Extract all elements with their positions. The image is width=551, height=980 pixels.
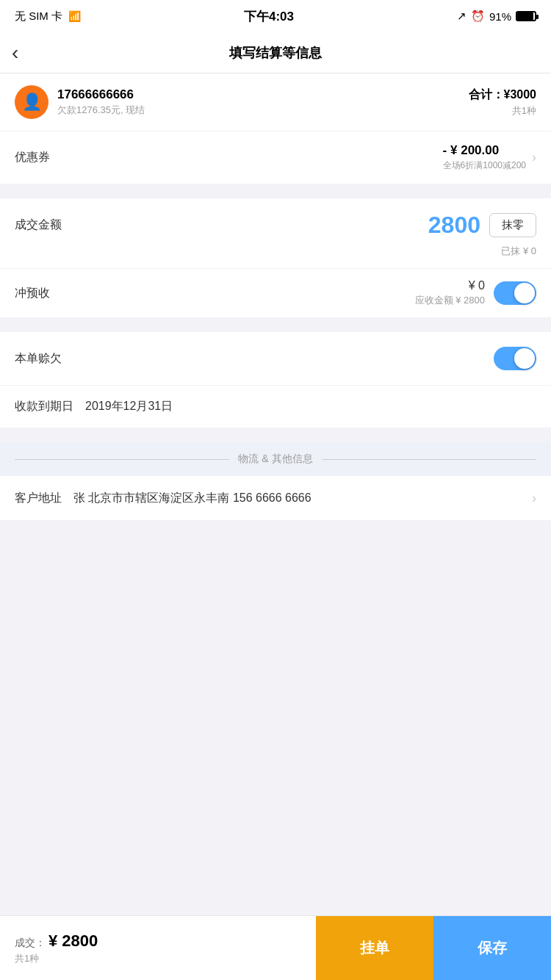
customer-phone: 17666666666: [57, 87, 145, 102]
wifi-icon: 📶: [68, 10, 81, 22]
total-value: 合计：¥3000: [469, 87, 537, 103]
prepayment-amount: ¥ 0: [415, 279, 485, 292]
carrier-label: 无 SIM 卡: [15, 10, 62, 24]
debt-toggle-knob: [514, 348, 535, 369]
bottom-deal-value: ¥ 2800: [48, 932, 98, 951]
address-chevron-icon: ›: [532, 491, 536, 506]
total-count: 共1种: [469, 104, 537, 118]
status-left: 无 SIM 卡 📶: [15, 10, 81, 24]
coupon-discount: - ¥ 200.00: [443, 143, 526, 158]
customer-debt: 欠款1276.35元, 现结: [57, 104, 145, 117]
logistics-label: 物流 & 其他信息: [238, 453, 312, 466]
address-value: 张 北京市市辖区海淀区永丰南 156 6666 6666: [73, 489, 526, 507]
location-icon: ↗: [457, 10, 467, 23]
customer-info: 17666666666 欠款1276.35元, 现结: [57, 87, 145, 117]
prepayment-info: ¥ 0 应收金额 ¥ 2800: [415, 279, 485, 307]
address-row[interactable]: 客户地址 张 北京市市辖区海淀区永丰南 156 6666 6666 ›: [0, 476, 551, 520]
bottom-padding: [0, 520, 551, 667]
round-zero-button[interactable]: 抹零: [489, 213, 536, 237]
coupon-label: 优惠券: [15, 150, 50, 165]
debt-card: 本单赊欠 收款到期日 2019年12月31日: [0, 332, 551, 428]
amount-card: 成交金额 2800 抹零 已抹 ¥ 0 冲预收 ¥ 0 应收金额 ¥ 2800: [0, 198, 551, 317]
coupon-info: - ¥ 200.00 全场6折满1000减200: [443, 143, 526, 172]
status-time: 下午4:03: [244, 8, 294, 25]
due-date-label: 收款到期日: [15, 399, 73, 414]
amount-value: 2800: [428, 212, 480, 239]
battery-icon: [516, 11, 536, 21]
bottom-bar: 成交： ¥ 2800 共1种 挂单 保存: [0, 915, 551, 980]
coupon-row[interactable]: 优惠券 - ¥ 200.00 全场6折满1000减200 ›: [0, 131, 551, 184]
prepayment-row: 冲预收 ¥ 0 应收金额 ¥ 2800: [0, 268, 551, 317]
avatar-icon: 👤: [22, 93, 42, 112]
back-button[interactable]: ‹: [12, 43, 18, 63]
customer-card: 👤 17666666666 欠款1276.35元, 现结 合计：¥3000 共1…: [0, 73, 551, 184]
customer-left: 👤 17666666666 欠款1276.35元, 现结: [15, 85, 145, 119]
customer-row: 👤 17666666666 欠款1276.35元, 现结 合计：¥3000 共1…: [0, 73, 551, 131]
prepayment-sub: 应收金额 ¥ 2800: [415, 294, 485, 307]
bottom-info: 成交： ¥ 2800 共1种: [0, 932, 316, 965]
content-area: 👤 17666666666 欠款1276.35元, 现结 合计：¥3000 共1…: [0, 73, 551, 733]
customer-total: 合计：¥3000 共1种: [469, 87, 537, 118]
due-date-row: 收款到期日 2019年12月31日: [0, 385, 551, 428]
coupon-desc: 全场6折满1000减200: [443, 159, 526, 172]
prepayment-right: ¥ 0 应收金额 ¥ 2800: [415, 279, 536, 307]
debt-toggle[interactable]: [494, 347, 536, 370]
logistics-line-left: [15, 459, 229, 460]
page-title: 填写结算等信息: [229, 44, 322, 62]
alarm-icon: ⏰: [471, 10, 485, 23]
debt-row: 本单赊欠: [0, 332, 551, 385]
battery-percent: 91%: [489, 10, 511, 23]
prepayment-toggle-knob: [514, 283, 535, 303]
logistics-line-right: [322, 459, 536, 460]
section-divider-2: [0, 325, 551, 332]
prepayment-label: 冲预收: [15, 286, 50, 301]
nav-bar: ‹ 填写结算等信息: [0, 32, 551, 73]
address-label: 客户地址: [15, 491, 66, 506]
due-date-value: 2019年12月31日: [85, 399, 173, 414]
section-divider-1: [0, 191, 551, 198]
section-divider-3: [0, 435, 551, 442]
bottom-deal-label: 成交：: [15, 937, 46, 950]
coupon-right: - ¥ 200.00 全场6折满1000减200 ›: [443, 143, 536, 172]
amount-sub: 已抹 ¥ 0: [0, 243, 551, 268]
prepayment-toggle[interactable]: [494, 281, 536, 305]
debt-label: 本单赊欠: [15, 351, 62, 367]
hang-order-button[interactable]: 挂单: [316, 916, 433, 981]
coupon-chevron-icon: ›: [532, 150, 536, 165]
amount-label: 成交金额: [15, 217, 62, 233]
logistics-section: 物流 & 其他信息: [0, 442, 551, 476]
avatar: 👤: [15, 85, 48, 119]
status-right: ↗ ⏰ 91%: [457, 10, 536, 23]
save-button[interactable]: 保存: [433, 916, 551, 981]
bottom-deal: 成交： ¥ 2800: [15, 932, 301, 951]
amount-row: 成交金额 2800 抹零: [0, 198, 551, 243]
amount-right: 2800 抹零: [428, 212, 536, 239]
bottom-count: 共1种: [15, 952, 301, 965]
status-bar: 无 SIM 卡 📶 下午4:03 ↗ ⏰ 91%: [0, 0, 551, 32]
